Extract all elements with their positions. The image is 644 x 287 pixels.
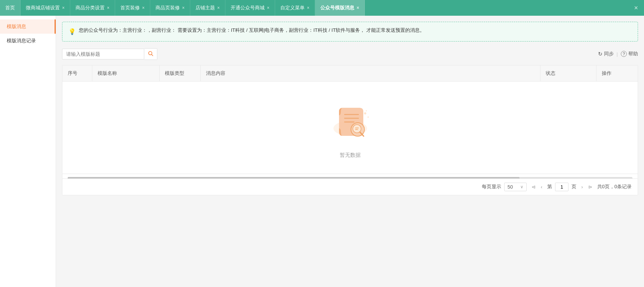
- table-header: 序号 模版名称 模版类型 消息内容 状态 操作: [62, 65, 638, 82]
- next-page-button[interactable]: ›: [579, 183, 585, 190]
- horizontal-scrollbar[interactable]: [62, 174, 638, 178]
- page-size-value: 50: [508, 184, 513, 190]
- help-button[interactable]: ? 帮助: [621, 51, 638, 57]
- tab-home-decor-label: 首页装修: [120, 4, 140, 11]
- tab-shop-theme-label: 店铺主题: [195, 4, 215, 11]
- th-name: 模版名称: [92, 65, 160, 81]
- sync-button[interactable]: ↻ 同步: [598, 51, 614, 57]
- search-bar: ↻ 同步 | ? 帮助: [62, 48, 638, 60]
- tab-product-category[interactable]: 商品分类设置 ×: [70, 0, 115, 16]
- tab-custom-menu[interactable]: 自定义菜单 ×: [275, 0, 315, 16]
- prev-page-button[interactable]: ‹: [539, 183, 544, 190]
- sidebar-item-template-msg-log[interactable]: 模版消息记录: [0, 34, 56, 48]
- close-all-button[interactable]: ×: [628, 4, 644, 12]
- search-button[interactable]: [144, 48, 157, 60]
- top-nav: 首页 微商城店铺设置 × 商品分类设置 × 首页装修 × 商品页装修 × 店铺主…: [0, 0, 644, 16]
- svg-point-14: [366, 110, 367, 111]
- notice-suffix: 才能正常发送预置的消息。: [366, 27, 425, 33]
- tab-open-mall-label: 开通公众号商城: [231, 4, 265, 11]
- svg-line-1: [152, 54, 153, 56]
- sidebar-item-template-msg-label: 模版消息: [7, 24, 26, 29]
- tab-wechat-shop[interactable]: 微商城店铺设置 ×: [21, 0, 70, 16]
- scrollbar-thumb: [68, 177, 520, 178]
- tab-template-msg-label: 公众号模版消息: [320, 4, 354, 11]
- table: 序号 模版名称 模版类型 消息内容 状态 操作: [62, 65, 638, 195]
- tab-custom-menu-close[interactable]: ×: [307, 5, 309, 10]
- layout: 模版消息 模版消息记录 💡 您的公众号行业为：主营行业：，副营行业： 需要设置为…: [0, 16, 644, 287]
- tab-template-msg[interactable]: 公众号模版消息 ×: [315, 0, 365, 16]
- search-right: ↻ 同步 | ? 帮助: [598, 51, 638, 57]
- page-label: 页: [571, 183, 576, 190]
- tab-product-page[interactable]: 商品页装修 ×: [150, 0, 190, 16]
- tab-open-mall-close[interactable]: ×: [267, 5, 269, 10]
- search-input[interactable]: [62, 49, 144, 59]
- tab-template-msg-close[interactable]: ×: [357, 5, 359, 10]
- search-icon: [148, 51, 153, 56]
- th-content: 消息内容: [201, 65, 540, 81]
- tab-wechat-shop-close[interactable]: ×: [62, 5, 65, 10]
- scrollbar-track: [68, 177, 632, 178]
- page-prefix: 第: [547, 183, 552, 190]
- divider: |: [617, 51, 618, 57]
- tab-product-page-close[interactable]: ×: [182, 5, 185, 10]
- tab-shop-theme-close[interactable]: ×: [217, 5, 220, 10]
- notice-icon: 💡: [68, 27, 76, 37]
- empty-illustration: [328, 100, 373, 145]
- sidebar-item-template-msg[interactable]: 模版消息: [0, 19, 56, 34]
- page-size-label: 每页显示: [482, 183, 501, 190]
- svg-point-8: [354, 126, 360, 132]
- help-icon: ?: [621, 51, 627, 57]
- tab-product-category-close[interactable]: ×: [107, 5, 110, 10]
- sync-icon: ↻: [598, 51, 603, 57]
- th-type: 模版类型: [160, 65, 201, 81]
- pagination: 每页显示 50 ∨ ⊲ ‹ 第 页 › ⊳ 共0页，0条记录: [62, 178, 638, 195]
- notice-prefix: 您的公众号行业为：主营行业：，副营行业：: [79, 27, 176, 33]
- notice-highlight: 需要设置为：主营行业：IT科技 / 互联网|电子商务，副营行业：IT科技 / I…: [178, 27, 365, 33]
- tab-wechat-shop-label: 微商城店铺设置: [26, 4, 60, 11]
- tab-home-decor-close[interactable]: ×: [142, 5, 145, 10]
- tab-home-decor[interactable]: 首页装修 ×: [115, 0, 150, 16]
- sync-label: 同步: [604, 51, 614, 57]
- tab-custom-menu-label: 自定义菜单: [280, 4, 305, 11]
- page-total: 共0页，0条记录: [597, 183, 632, 190]
- sidebar: 模版消息 模版消息记录: [0, 16, 56, 287]
- dropdown-icon: ∨: [520, 184, 523, 189]
- main-content: 💡 您的公众号行业为：主营行业：，副营行业： 需要设置为：主营行业：IT科技 /…: [56, 16, 644, 287]
- first-page-button[interactable]: ⊲: [530, 183, 537, 190]
- tab-product-page-label: 商品页装修: [155, 4, 180, 11]
- help-label: 帮助: [628, 51, 638, 57]
- tab-shop-theme[interactable]: 店铺主题 ×: [190, 0, 225, 16]
- notice-text: 您的公众号行业为：主营行业：，副营行业： 需要设置为：主营行业：IT科技 / 互…: [79, 27, 425, 34]
- empty-state: 暂无数据: [62, 82, 638, 174]
- tab-home-label: 首页: [5, 4, 15, 11]
- page-size-select[interactable]: 50 ∨: [504, 183, 527, 191]
- tab-product-category-label: 商品分类设置: [76, 4, 105, 11]
- page-navigation: ⊲ ‹ 第 页 › ⊳: [530, 183, 594, 191]
- tab-open-mall[interactable]: 开通公众号商城 ×: [225, 0, 275, 16]
- th-action: 操作: [597, 65, 638, 81]
- search-left: [62, 48, 157, 60]
- svg-point-13: [367, 116, 369, 118]
- th-index: 序号: [62, 65, 92, 81]
- svg-point-12: [364, 112, 366, 115]
- tab-home[interactable]: 首页: [0, 0, 21, 16]
- sidebar-item-template-msg-log-label: 模版消息记录: [7, 38, 36, 43]
- last-page-button[interactable]: ⊳: [586, 183, 594, 190]
- notice-box: 💡 您的公众号行业为：主营行业：，副营行业： 需要设置为：主营行业：IT科技 /…: [62, 22, 638, 42]
- empty-text: 暂无数据: [340, 152, 361, 159]
- th-status: 状态: [540, 65, 597, 81]
- page-input[interactable]: [555, 183, 568, 191]
